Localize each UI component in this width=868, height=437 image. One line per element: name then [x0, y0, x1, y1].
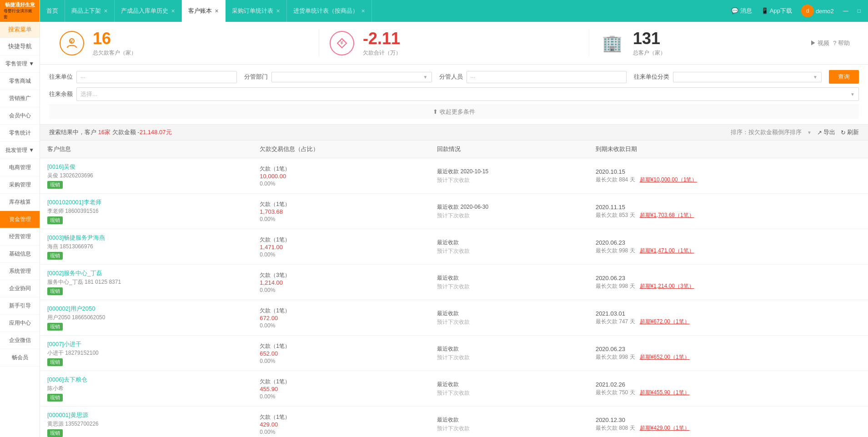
- tab-product-offshelf[interactable]: 商品上下架 ✕: [65, 0, 115, 22]
- export-btn[interactable]: ↗ 导出: [817, 128, 835, 136]
- app-download-btn[interactable]: 📱 App下载: [758, 5, 796, 17]
- debt-amount[interactable]: 1,471.00: [260, 244, 422, 251]
- customer-code-link[interactable]: [000001]黄思源: [47, 412, 88, 418]
- sidebar-item-basic-info[interactable]: 基础信息: [0, 246, 40, 263]
- collapse-bar[interactable]: ⬆ 收起更多条件: [49, 105, 859, 119]
- sidebar-item-batch-mgmt[interactable]: 批发管理 ▼: [0, 142, 40, 159]
- sort-label: 排序：按欠款金额倒序排序: [731, 128, 802, 136]
- video-link[interactable]: ▶ 视频: [810, 39, 830, 47]
- sidebar-item-newbie[interactable]: 新手引导: [0, 297, 40, 315]
- cell-collection: 最近收款 预计下次收款: [430, 229, 588, 265]
- cell-collection: 最近收款 预计下次收款: [430, 265, 588, 300]
- cell-customer-info: [0002]服务中心_丁磊 服务中心_丁磊 181 0125 8371 现销: [40, 265, 252, 300]
- next-collection: 预计下次收款: [437, 354, 581, 362]
- customer-code-link[interactable]: [0001020001]李老师: [47, 199, 101, 206]
- sort-chevron-icon[interactable]: ▼: [807, 130, 812, 135]
- tab-purchase-stats[interactable]: 采购订单统计表 ✕: [226, 0, 287, 22]
- sidebar-item-finance[interactable]: 资金管理: [0, 211, 40, 228]
- tab-purchase-stats2[interactable]: 进货单统计表（按商品） ✕: [287, 0, 372, 22]
- sidebar-item-quick-nav[interactable]: 快捷导航: [0, 38, 40, 55]
- debt-amount[interactable]: 429.00: [260, 421, 422, 428]
- debt-amount[interactable]: 455.90: [260, 386, 422, 392]
- sidebar-item-apps[interactable]: 应用中心: [0, 315, 40, 332]
- tab-home[interactable]: 首页: [40, 0, 65, 22]
- customer-badge: 现销: [47, 323, 63, 331]
- debt-amount[interactable]: 1,703.68: [260, 208, 422, 215]
- customer-code-link[interactable]: [0003]畅捷服务尹海燕: [47, 234, 105, 241]
- sidebar-item-inventory[interactable]: 库存核算: [0, 194, 40, 211]
- overdue-amount-link[interactable]: 超期¥1,214.00（3笔）: [640, 283, 694, 289]
- sidebar-item-purchase[interactable]: 采购管理: [0, 176, 40, 194]
- sidebar-item-wecom[interactable]: 企业微信: [0, 332, 40, 349]
- overdue-amount-link[interactable]: 超期¥1,471.00（1笔）: [640, 247, 694, 254]
- tab-close-icon[interactable]: ✕: [171, 8, 175, 14]
- search-menu[interactable]: 搜索菜单: [0, 22, 40, 38]
- total-customers-value: 131: [633, 29, 666, 48]
- tab-customer-account[interactable]: 客户账本 ✕: [182, 0, 226, 22]
- tab-product-history[interactable]: 产成品入库单历史 ✕: [115, 0, 182, 22]
- next-collection: 预计下次收款: [437, 425, 581, 432]
- customer-code-link[interactable]: [0016]吴俊: [47, 163, 75, 170]
- app-logo: 畅捷通好生意 母婴行业演示账套: [0, 0, 40, 22]
- overdue-amount-link[interactable]: 超期¥10,000.00（1笔）: [640, 176, 697, 183]
- supplier-input[interactable]: ···: [76, 71, 237, 83]
- col-collection: 回款情况: [430, 141, 588, 158]
- tab-close-icon[interactable]: ✕: [276, 8, 280, 14]
- sidebar-item-retail-mall[interactable]: 零售商城: [0, 73, 40, 90]
- debt-amount[interactable]: 1,214.00: [260, 279, 422, 286]
- cell-debt-info: 欠款（1笔） 1,471.00 0.00%: [252, 229, 430, 265]
- sidebar-item-operations[interactable]: 经营管理: [0, 228, 40, 246]
- filter-category: 往来单位分类 ▼: [634, 72, 822, 82]
- table-row: [0003]畅捷服务尹海燕 海燕 18513066976 现销 欠款（1笔） 1…: [40, 229, 868, 265]
- cell-debt-info: 欠款（1笔） 10,000.00 0.00%: [252, 158, 430, 194]
- debt-amount[interactable]: 10,000.00: [260, 173, 422, 180]
- user-avatar[interactable]: d demo2: [798, 3, 838, 19]
- sidebar-item-marketing[interactable]: 营销推广: [0, 90, 40, 107]
- overdue-amount-link[interactable]: 超期¥1,703.68（1笔）: [640, 212, 694, 218]
- sidebar-item-ecommerce[interactable]: 电商管理: [0, 159, 40, 176]
- overdue-amount-link[interactable]: 超期¥455.90（1笔）: [640, 389, 690, 396]
- sidebar-item-system[interactable]: 系统管理: [0, 263, 40, 280]
- table-row: [0002]服务中心_丁磊 服务中心_丁磊 181 0125 8371 现销 欠…: [40, 265, 868, 300]
- tab-close-icon[interactable]: ✕: [361, 8, 365, 14]
- customer-code-link[interactable]: [0006]去下粮仓: [47, 376, 87, 383]
- refresh-btn[interactable]: ↻ 刷新: [841, 128, 859, 136]
- sidebar-item-retail-mgmt[interactable]: 零售管理 ▼: [0, 55, 40, 73]
- cell-due-date: 2021.02.26 最长欠款 750 天 超期¥455.90（1笔）: [588, 371, 868, 407]
- supplier-label: 往来单位: [49, 73, 73, 81]
- dept-select[interactable]: ▼: [271, 72, 432, 82]
- filter-row-1: 往来单位 ··· 分管部门 ▼ 分管人员 ··· 往来单位分类: [49, 70, 859, 84]
- debt-customers-value: 16: [93, 29, 136, 48]
- customer-code-link[interactable]: [0002]服务中心_丁磊: [47, 270, 102, 276]
- sidebar-item-member[interactable]: 会员中心: [0, 107, 40, 125]
- results-bar: 搜索结果中，客户 16家 欠款金额 -21,148.07元 排序：按欠款金额倒序…: [40, 125, 868, 141]
- last-collection: 最近收款: [437, 381, 581, 388]
- stats-header: ¥ 16 总欠款客户（家） ¥ -2.11 欠款合计（万） 🏢: [40, 22, 868, 65]
- debt-amount[interactable]: 672.00: [260, 315, 422, 321]
- sidebar-item-retail-stats[interactable]: 零售统计: [0, 125, 40, 142]
- debt-amount[interactable]: 652.00: [260, 350, 422, 357]
- customer-code-link[interactable]: [000002]用户2050: [47, 305, 95, 312]
- table-row: [0007]小进干 小进干 18279152100 现销 欠款（1笔） 652.…: [40, 336, 868, 371]
- overdue-amount-link[interactable]: 超期¥672.00（1笔）: [640, 318, 690, 325]
- message-btn[interactable]: 💬 消息: [728, 5, 756, 17]
- balance-select[interactable]: 选择... ▼: [76, 87, 859, 101]
- person-input[interactable]: ···: [467, 71, 627, 83]
- customer-badge: 现销: [47, 216, 63, 224]
- sidebar-item-member2[interactable]: 畅会员: [0, 349, 40, 367]
- customer-code-link[interactable]: [0007]小进干: [47, 341, 81, 347]
- tab-close-icon[interactable]: ✕: [104, 8, 108, 14]
- customer-contact: 小进干 18279152100: [47, 349, 245, 357]
- overdue-amount-link[interactable]: 超期¥652.00（1笔）: [640, 354, 690, 360]
- category-select[interactable]: ▼: [673, 72, 822, 82]
- tab-close-icon[interactable]: ✕: [215, 8, 219, 14]
- minimize-btn[interactable]: —: [839, 6, 852, 16]
- sidebar-item-enterprise[interactable]: 企业协同: [0, 280, 40, 297]
- query-button[interactable]: 查询: [829, 70, 859, 84]
- col-due-date: 到期未收款日期: [588, 141, 868, 158]
- maximize-btn[interactable]: □: [854, 6, 864, 16]
- table-row: [000002]用户2050 用户2050 18665062050 现销 欠款（…: [40, 300, 868, 336]
- overdue-amount-link[interactable]: 超期¥429.00（1笔）: [640, 425, 690, 431]
- help-link[interactable]: ? 帮助: [833, 39, 850, 47]
- cell-debt-info: 欠款（1笔） 455.90 0.00%: [252, 371, 430, 407]
